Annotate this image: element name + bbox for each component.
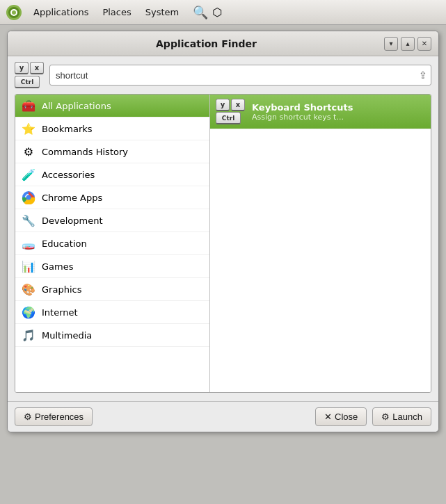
distro-logo-icon[interactable]	[6, 4, 22, 21]
close-window-button[interactable]: ✕	[417, 37, 431, 51]
commands-history-icon: ⚙️	[21, 144, 36, 159]
key-row-top: y x	[15, 62, 44, 74]
window-controls: ▾ ▴ ✕	[384, 37, 431, 51]
launch-icon: ⚙	[381, 412, 390, 422]
menu-places[interactable]: Places	[97, 6, 136, 19]
multimedia-label: Multimedia	[42, 330, 204, 341]
close-button[interactable]: ✕ Close	[315, 407, 367, 426]
category-multimedia[interactable]: 🎵 Multimedia	[15, 324, 209, 347]
titlebar: Application Finder ▾ ▴ ✕	[8, 31, 438, 56]
education-label: Education	[42, 238, 204, 249]
preferences-label: Preferences	[35, 412, 83, 422]
chrome-apps-icon	[21, 190, 36, 205]
svg-point-3	[12, 10, 16, 15]
search-row: y x Ctrl ⇪	[15, 62, 431, 88]
key-row-bottom: Ctrl	[15, 76, 44, 88]
all-applications-icon: 🧰	[21, 98, 36, 113]
maximize-button[interactable]: ▴	[401, 37, 415, 51]
bookmarks-label: Bookmarks	[42, 124, 204, 134]
app-key-ctrl: Ctrl	[216, 112, 241, 124]
bottom-bar: ⚙ Preferences ✕ Close ⚙ Launch	[8, 401, 438, 432]
menubar: Applications Places System 🔍 ⬡	[0, 0, 446, 25]
category-games[interactable]: 📊 Games	[15, 255, 209, 278]
svg-point-6	[26, 195, 31, 200]
development-icon: 🔧	[21, 213, 36, 228]
development-label: Development	[42, 216, 204, 226]
category-development[interactable]: 🔧 Development	[15, 209, 209, 232]
category-accessories[interactable]: 🧪 Accessories	[15, 163, 209, 186]
category-internet[interactable]: 🌍 Internet	[15, 301, 209, 324]
category-education[interactable]: 🧫 Education	[15, 232, 209, 255]
category-commands-history[interactable]: ⚙️ Commands History	[15, 140, 209, 163]
close-icon: ✕	[324, 412, 332, 422]
multimedia-icon: 🎵	[21, 327, 36, 343]
commands-history-label: Commands History	[42, 147, 204, 157]
menu-applications[interactable]: Applications	[28, 6, 94, 19]
search-input-wrap: ⇪	[49, 65, 431, 86]
preferences-icon: ⚙	[24, 412, 32, 422]
accessories-icon: 🧪	[21, 167, 36, 182]
chrome-apps-label: Chrome Apps	[42, 193, 204, 203]
launch-label: Launch	[392, 412, 422, 422]
apps-pane: y x Ctrl Keyboard Shortcuts Assign short…	[210, 95, 431, 392]
games-label: Games	[42, 261, 204, 272]
application-finder-window: Application Finder ▾ ▴ ✕ y x Ctrl ⇪	[7, 31, 439, 432]
keyboard-shortcuts-icon-box: y x Ctrl	[216, 99, 245, 124]
games-icon: 📊	[21, 259, 36, 274]
clear-search-button[interactable]: ⇪	[417, 68, 429, 82]
category-bookmarks[interactable]: ⭐ Bookmarks	[15, 117, 209, 140]
graphics-icon: 🎨	[21, 282, 36, 297]
keyboard-icon: y x Ctrl	[15, 62, 44, 88]
app-desc-keyboard-shortcuts: Assign shortcut keys t...	[252, 113, 425, 122]
menu-system[interactable]: System	[140, 6, 184, 19]
accessories-label: Accessories	[42, 170, 204, 180]
window-content: y x Ctrl ⇪ 🧰 All Applications	[8, 56, 438, 398]
bookmarks-icon: ⭐	[21, 121, 36, 136]
close-label: Close	[335, 412, 358, 422]
category-chrome-apps[interactable]: Chrome Apps	[15, 186, 209, 209]
key-ctrl: Ctrl	[15, 76, 40, 88]
app-key-x: x	[231, 99, 245, 111]
key-y: y	[15, 62, 29, 74]
preferences-button[interactable]: ⚙ Preferences	[15, 407, 93, 426]
key-x: x	[30, 62, 44, 74]
minimize-button[interactable]: ▾	[384, 37, 398, 51]
app-title-keyboard-shortcuts: Keyboard Shortcuts	[252, 102, 425, 113]
categories-pane: 🧰 All Applications ⭐ Bookmarks ⚙️ Comman…	[15, 95, 210, 392]
category-all-applications[interactable]: 🧰 All Applications	[15, 95, 209, 117]
lists-container: 🧰 All Applications ⭐ Bookmarks ⚙️ Comman…	[15, 94, 431, 393]
all-applications-label: All Applications	[42, 101, 204, 111]
screenshot-icon: ⬡	[212, 6, 222, 19]
category-graphics[interactable]: 🎨 Graphics	[15, 278, 209, 301]
internet-label: Internet	[42, 307, 204, 318]
graphics-label: Graphics	[42, 284, 204, 295]
launch-button[interactable]: ⚙ Launch	[372, 407, 431, 426]
education-icon: 🧫	[21, 236, 36, 251]
app-text-keyboard-shortcuts: Keyboard Shortcuts Assign shortcut keys …	[252, 102, 425, 122]
search-input[interactable]	[49, 65, 431, 86]
app-keyboard-shortcuts[interactable]: y x Ctrl Keyboard Shortcuts Assign short…	[210, 95, 431, 129]
search-icon[interactable]: 🔍	[193, 5, 208, 19]
internet-icon: 🌍	[21, 304, 36, 320]
window-title: Application Finder	[29, 38, 384, 49]
app-key-y: y	[216, 99, 230, 111]
bottom-right-buttons: ✕ Close ⚙ Launch	[315, 407, 431, 426]
